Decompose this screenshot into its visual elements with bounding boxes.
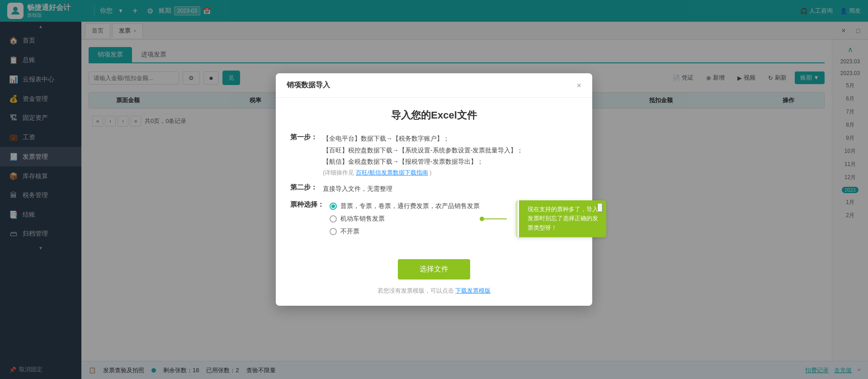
step2-label: 第二步： bbox=[290, 183, 317, 194]
radio-row-1[interactable]: 普票，专票，卷票，通行费发票，农产品销售发票 bbox=[330, 202, 480, 210]
step2-content: 直接导入文件，无需整理 bbox=[323, 183, 392, 194]
footer-note: 若您没有发票模版，可以点击 下载发票模版 bbox=[377, 287, 491, 295]
radio-row-2-container: 机动车销售发票 × 现在支持的票种多了，导入发票时别忘了选择正确的发票类型呀！ bbox=[330, 215, 480, 223]
ticket-label: 票种选择： bbox=[290, 200, 324, 209]
step1-line3: 【航信】金税盘数据下载→【报税管理-发票数据导出】； bbox=[323, 156, 523, 167]
radio-label-1: 普票，专票，卷票，通行费发票，农产品销售发票 bbox=[340, 202, 480, 210]
step2-row: 第二步： 直接导入文件，无需整理 bbox=[290, 183, 578, 194]
tooltip-connector bbox=[480, 217, 507, 221]
radio-label-3: 不开票 bbox=[340, 227, 359, 236]
modal-header: 销项数据导入 × bbox=[276, 73, 592, 98]
radio-row-2[interactable]: 机动车销售发票 bbox=[330, 215, 385, 223]
step1-line2: 【百旺】税控盘数据下载→【系统设置-系统参数设置-发票批量导入】； bbox=[323, 145, 523, 156]
tooltip-box: × 现在支持的票种多了，导入发票时别忘了选择正确的发票类型呀！ bbox=[516, 200, 606, 237]
download-template-link[interactable]: 下载发票模版 bbox=[455, 287, 491, 294]
step1-label: 第一步： bbox=[290, 133, 317, 178]
step1-row: 第一步： 【全电平台】数据下载→【税务数字账户】； 【百旺】税控盘数据下载→【系… bbox=[290, 133, 578, 178]
connector-line bbox=[484, 218, 507, 219]
radio-dot-1 bbox=[331, 204, 335, 208]
radio-3[interactable] bbox=[330, 228, 337, 235]
step1-note: (详细操作见 百旺/航信发票数据下载指南 ) bbox=[323, 167, 523, 178]
modal-main-title: 导入您的Excel文件 bbox=[290, 109, 578, 122]
tooltip-bar bbox=[518, 200, 519, 237]
radio-label-2: 机动车销售发票 bbox=[340, 215, 385, 223]
step1-content: 【全电平台】数据下载→【税务数字账户】； 【百旺】税控盘数据下载→【系统设置-系… bbox=[323, 133, 523, 178]
connector-dot bbox=[480, 217, 484, 221]
ticket-row: 票种选择： 普票，专票，卷票，通行费发票，农产品销售发票 机动车销售发票 bbox=[290, 200, 578, 236]
radio-row-3[interactable]: 不开票 bbox=[330, 227, 480, 236]
modal-title: 销项数据导入 bbox=[287, 81, 330, 90]
modal-overlay: 销项数据导入 × 导入您的Excel文件 第一步： 【全电平台】数据下载→【税务… bbox=[0, 0, 868, 379]
select-file-button[interactable]: 选择文件 bbox=[398, 259, 470, 280]
radio-1[interactable] bbox=[330, 203, 337, 210]
tooltip-text: 现在支持的票种多了，导入发票时别忘了选择正确的发票类型呀！ bbox=[528, 204, 600, 232]
modal-footer: 选择文件 若您没有发票模版，可以点击 下载发票模版 bbox=[276, 252, 592, 306]
import-modal: 销项数据导入 × 导入您的Excel文件 第一步： 【全电平台】数据下载→【税务… bbox=[276, 73, 592, 305]
guide-link[interactable]: 百旺/航信发票数据下载指南 bbox=[356, 169, 428, 176]
step1-line1: 【全电平台】数据下载→【税务数字账户】； bbox=[323, 133, 523, 144]
modal-body: 导入您的Excel文件 第一步： 【全电平台】数据下载→【税务数字账户】； 【百… bbox=[276, 98, 592, 251]
radio-2[interactable] bbox=[330, 215, 337, 223]
ticket-radio-group: 普票，专票，卷票，通行费发票，农产品销售发票 机动车销售发票 bbox=[330, 202, 480, 236]
tooltip-close-button[interactable]: × bbox=[597, 203, 603, 212]
modal-close-button[interactable]: × bbox=[576, 81, 581, 90]
